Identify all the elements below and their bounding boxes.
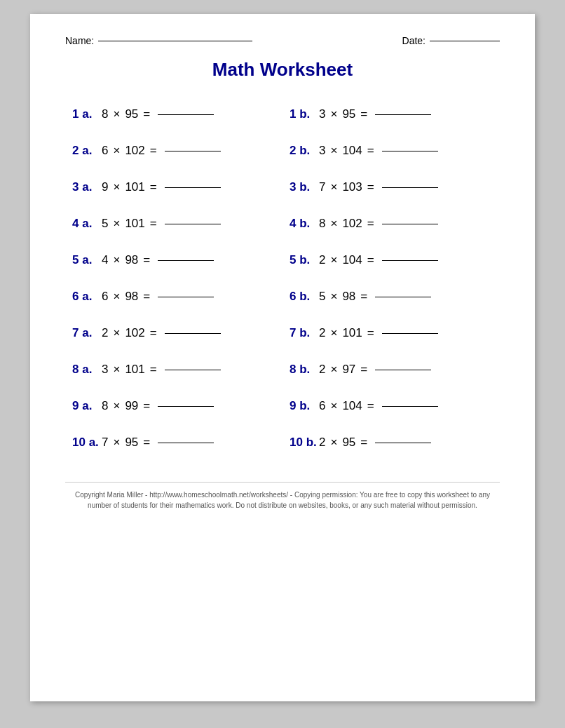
problem-cell: 3 b. 7 × 103 = bbox=[282, 169, 500, 205]
answer-line bbox=[382, 151, 438, 151]
problem-expr: 8 × 99 = bbox=[102, 399, 214, 413]
operand1: 2 bbox=[319, 253, 325, 267]
equals-symbol: = bbox=[360, 290, 367, 304]
answer-line bbox=[158, 443, 214, 443]
problem-cell: 7 a. 2 × 102 = bbox=[65, 315, 282, 351]
problem-expr: 8 × 95 = bbox=[102, 107, 214, 121]
equals-symbol: = bbox=[360, 107, 367, 121]
operand1: 6 bbox=[102, 144, 108, 158]
times-symbol: × bbox=[330, 363, 337, 377]
problem-label: 2 b. bbox=[290, 144, 319, 158]
equals-symbol: = bbox=[367, 180, 374, 194]
times-symbol: × bbox=[330, 436, 337, 450]
operand2: 101 bbox=[125, 363, 144, 377]
date-label: Date: bbox=[402, 35, 426, 46]
problem-expr: 2 × 102 = bbox=[102, 326, 221, 340]
operand1: 2 bbox=[319, 326, 325, 340]
operand2: 95 bbox=[125, 436, 138, 450]
worksheet-page: Name: Date: Math Worksheet 1 a. 8 × 95 =… bbox=[30, 14, 535, 701]
date-underline bbox=[430, 41, 500, 41]
times-symbol: × bbox=[113, 180, 120, 194]
times-symbol: × bbox=[330, 326, 337, 340]
times-symbol: × bbox=[113, 253, 120, 267]
equals-symbol: = bbox=[367, 399, 374, 413]
operand2: 97 bbox=[342, 363, 355, 377]
header: Name: Date: bbox=[65, 35, 500, 46]
problem-expr: 5 × 98 = bbox=[319, 290, 431, 304]
answer-line bbox=[375, 443, 431, 443]
answer-line bbox=[382, 187, 438, 188]
operand1: 5 bbox=[102, 217, 108, 231]
equals-symbol: = bbox=[367, 326, 374, 340]
operand1: 6 bbox=[319, 399, 325, 413]
operand2: 98 bbox=[342, 290, 355, 304]
times-symbol: × bbox=[113, 144, 120, 158]
answer-line bbox=[382, 224, 438, 224]
equals-symbol: = bbox=[360, 363, 367, 377]
problem-label: 7 a. bbox=[72, 326, 102, 340]
answer-line bbox=[375, 297, 431, 297]
operand1: 8 bbox=[102, 399, 108, 413]
times-symbol: × bbox=[113, 436, 120, 450]
problem-cell: 5 b. 2 × 104 = bbox=[282, 242, 500, 278]
operand2: 101 bbox=[125, 180, 144, 194]
problem-cell: 5 a. 4 × 98 = bbox=[65, 242, 282, 278]
times-symbol: × bbox=[113, 363, 120, 377]
operand1: 6 bbox=[102, 290, 108, 304]
problem-label: 4 b. bbox=[290, 217, 319, 231]
times-symbol: × bbox=[113, 399, 120, 413]
times-symbol: × bbox=[330, 399, 337, 413]
problem-label: 4 a. bbox=[72, 217, 102, 231]
operand1: 4 bbox=[102, 253, 108, 267]
problem-expr: 3 × 95 = bbox=[319, 107, 431, 121]
operand2: 95 bbox=[125, 107, 138, 121]
problem-cell: 9 a. 8 × 99 = bbox=[65, 388, 282, 424]
answer-line bbox=[165, 151, 221, 151]
operand1: 2 bbox=[102, 326, 108, 340]
answer-line bbox=[382, 260, 438, 261]
operand1: 8 bbox=[102, 107, 108, 121]
problem-cell: 4 a. 5 × 101 = bbox=[65, 205, 282, 242]
answer-line bbox=[158, 114, 214, 115]
problem-expr: 6 × 98 = bbox=[102, 290, 214, 304]
operand2: 103 bbox=[342, 180, 362, 194]
operand1: 8 bbox=[319, 217, 325, 231]
equals-symbol: = bbox=[150, 217, 157, 231]
operand1: 9 bbox=[102, 180, 108, 194]
equals-symbol: = bbox=[150, 144, 157, 158]
problem-cell: 1 b. 3 × 95 = bbox=[282, 96, 500, 133]
operand1: 3 bbox=[319, 144, 325, 158]
problem-label: 8 a. bbox=[72, 363, 102, 377]
operand2: 95 bbox=[342, 107, 355, 121]
times-symbol: × bbox=[113, 290, 120, 304]
times-symbol: × bbox=[330, 180, 337, 194]
problem-cell: 1 a. 8 × 95 = bbox=[65, 96, 282, 133]
equals-symbol: = bbox=[367, 144, 374, 158]
operand1: 5 bbox=[319, 290, 325, 304]
answer-line bbox=[158, 260, 214, 261]
problem-expr: 3 × 104 = bbox=[319, 144, 438, 158]
problem-expr: 6 × 104 = bbox=[319, 399, 438, 413]
problem-cell: 10 b. 2 × 95 = bbox=[282, 424, 500, 461]
equals-symbol: = bbox=[360, 436, 367, 450]
equals-symbol: = bbox=[367, 217, 374, 231]
operand2: 102 bbox=[125, 326, 144, 340]
equals-symbol: = bbox=[143, 399, 150, 413]
problem-label: 7 b. bbox=[290, 326, 319, 340]
operand2: 102 bbox=[342, 217, 362, 231]
problem-cell: 9 b. 6 × 104 = bbox=[282, 388, 500, 424]
problem-expr: 6 × 102 = bbox=[102, 144, 221, 158]
equals-symbol: = bbox=[150, 180, 157, 194]
problem-label: 8 b. bbox=[290, 363, 319, 377]
problem-cell: 8 a. 3 × 101 = bbox=[65, 351, 282, 388]
operand2: 102 bbox=[125, 144, 144, 158]
operand1: 7 bbox=[102, 436, 108, 450]
equals-symbol: = bbox=[143, 436, 150, 450]
times-symbol: × bbox=[113, 326, 120, 340]
operand1: 3 bbox=[102, 363, 108, 377]
problem-label: 5 b. bbox=[290, 253, 319, 267]
problem-cell: 10 a. 7 × 95 = bbox=[65, 424, 282, 461]
equals-symbol: = bbox=[150, 326, 157, 340]
times-symbol: × bbox=[113, 107, 120, 121]
problem-expr: 2 × 97 = bbox=[319, 363, 431, 377]
